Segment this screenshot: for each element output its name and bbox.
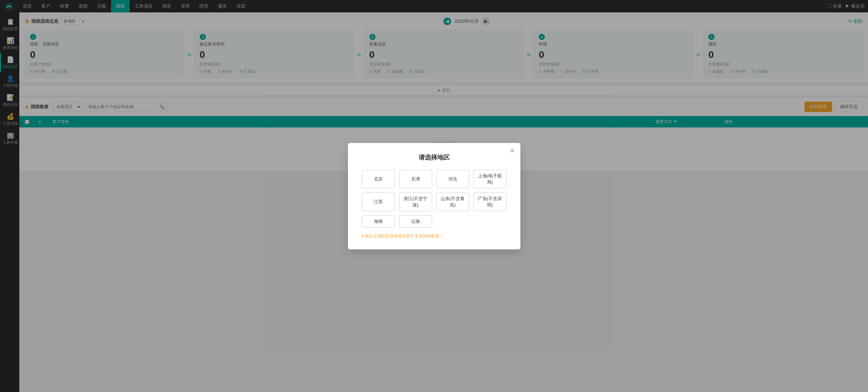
region-btn-hainan[interactable]: 海南 bbox=[362, 215, 395, 228]
region-btn-jiangsu[interactable]: 江苏 bbox=[362, 193, 395, 211]
modal-note: ℹ 除以上地区外其他地区暂不支持报税检查！ bbox=[362, 233, 507, 239]
region-btn-yunnan[interactable]: 云南 bbox=[399, 215, 432, 228]
modal-close-btn[interactable]: ✕ bbox=[510, 147, 515, 155]
region-grid-row1: 北京 天津 河北 上海(电子税局) bbox=[362, 170, 507, 188]
modal-overlay[interactable]: ✕ 请选择地区 北京 天津 河北 上海(电子税局) 江苏 浙江(不含宁波) 山东… bbox=[0, 0, 868, 392]
region-btn-shandong[interactable]: 山东(不含青岛) bbox=[436, 193, 469, 211]
region-btn-guangdong[interactable]: 广东(不含深圳) bbox=[473, 193, 507, 211]
region-empty-2 bbox=[473, 215, 507, 228]
region-btn-zhejiang[interactable]: 浙江(不含宁波) bbox=[399, 193, 432, 211]
region-select-modal: ✕ 请选择地区 北京 天津 河北 上海(电子税局) 江苏 浙江(不含宁波) 山东… bbox=[348, 143, 520, 249]
modal-title: 请选择地区 bbox=[362, 153, 507, 162]
region-grid-row2: 江苏 浙江(不含宁波) 山东(不含青岛) 广东(不含深圳) bbox=[362, 193, 507, 211]
region-btn-shanghai[interactable]: 上海(电子税局) bbox=[473, 170, 507, 188]
region-empty-1 bbox=[436, 215, 469, 228]
region-btn-tianjin[interactable]: 天津 bbox=[399, 170, 432, 188]
modal-note-text: 除以上地区外其他地区暂不支持报税检查！ bbox=[365, 233, 443, 239]
region-grid-row3: 海南 云南 bbox=[362, 215, 507, 228]
region-btn-hebei[interactable]: 河北 bbox=[436, 170, 469, 188]
region-btn-beijing[interactable]: 北京 bbox=[362, 170, 395, 188]
warning-icon: ℹ bbox=[362, 234, 363, 238]
